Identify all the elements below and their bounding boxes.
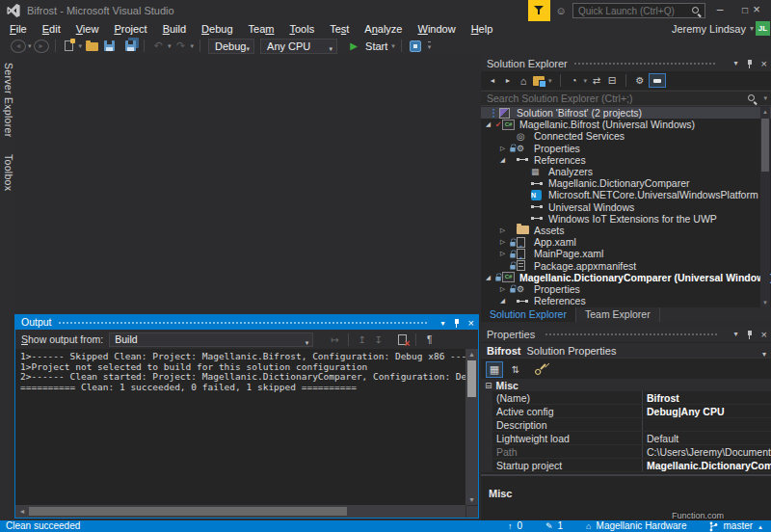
pending-edits-count[interactable]: 1 (558, 520, 564, 532)
start-debug-icon[interactable] (346, 38, 361, 54)
navigate-forward-button[interactable] (34, 40, 49, 53)
tree-item[interactable]: Solution 'Bifrost' (2 projects) (481, 107, 771, 119)
alphabetical-view-button[interactable] (507, 361, 524, 378)
tree-item[interactable]: Magellanic.DictionaryComparer (481, 177, 771, 189)
tree-item[interactable]: Microsoft.NETCore.UniversalWindowsPlatfo… (481, 189, 771, 200)
expander-icon[interactable] (486, 274, 494, 281)
pin-icon[interactable] (746, 59, 754, 69)
tree-item[interactable]: Magellanic.DictionaryComparer (Universal… (481, 272, 771, 283)
home-icon[interactable] (517, 73, 530, 89)
solution-platform-dropdown[interactable]: Any CPU (260, 39, 337, 54)
property-value[interactable]: Bifrost (643, 391, 771, 404)
tree-item[interactable]: Properties (481, 283, 771, 295)
output-horizontal-scrollbar[interactable]: ◄ (15, 505, 465, 518)
tree-item[interactable]: Universal Windows (481, 201, 771, 213)
switch-views-caret-icon[interactable] (548, 77, 552, 85)
close-icon[interactable]: × (761, 328, 767, 341)
new-project-caret-icon[interactable] (79, 42, 83, 50)
se-back-button[interactable] (486, 73, 499, 89)
quick-launch-input[interactable] (573, 4, 687, 17)
property-row[interactable]: (Name)Bifrost (481, 391, 771, 405)
unpushed-commits-icon[interactable] (508, 520, 513, 532)
clear-all-button[interactable] (394, 332, 411, 347)
start-button[interactable]: Start (365, 40, 387, 52)
redo-caret-icon[interactable] (191, 42, 195, 50)
navigate-back-caret-icon[interactable] (28, 42, 32, 50)
tree-item[interactable]: Package.appxmanifest (481, 259, 771, 271)
scrollbar-thumb[interactable] (467, 360, 476, 397)
scrollbar-thumb[interactable] (29, 507, 347, 516)
user-menu-caret-icon[interactable] (750, 21, 754, 37)
unpushed-commits-count[interactable]: 0 (517, 520, 522, 532)
repository-icon[interactable] (586, 520, 591, 532)
branch-name[interactable]: master (723, 520, 753, 532)
navigate-back-button[interactable] (11, 40, 26, 53)
expander-icon[interactable] (500, 156, 509, 164)
user-avatar[interactable]: JL (756, 21, 770, 36)
menu-tools[interactable]: Tools (281, 21, 322, 37)
expander-icon[interactable] (500, 226, 509, 234)
feedback-icon[interactable] (553, 2, 569, 19)
expander-icon[interactable] (486, 120, 494, 128)
preview-selected-items-button[interactable] (649, 73, 666, 88)
property-value[interactable]: Default (643, 432, 771, 444)
sync-with-active-document-icon[interactable] (590, 73, 603, 89)
notifications-button[interactable] (528, 0, 550, 21)
previous-message-button[interactable] (354, 332, 370, 347)
expander-icon[interactable] (500, 285, 509, 293)
expander-icon[interactable] (500, 238, 509, 246)
property-row[interactable]: Description (481, 418, 771, 432)
solution-configuration-dropdown[interactable]: Debug (208, 39, 254, 54)
pin-icon[interactable] (746, 330, 754, 340)
expander-icon[interactable] (500, 145, 509, 152)
filter-caret-icon[interactable] (584, 77, 588, 85)
close-icon[interactable]: × (761, 57, 767, 70)
collapse-category-icon[interactable]: ⊟ (485, 381, 492, 390)
start-caret-icon[interactable] (391, 42, 395, 50)
tab-solution-explorer[interactable]: Solution Explorer (481, 307, 576, 322)
output-source-dropdown[interactable]: Build (109, 332, 313, 347)
close-button[interactable] (744, 0, 769, 21)
search-options-caret-icon[interactable] (763, 94, 767, 102)
save-button[interactable] (101, 38, 117, 54)
property-value[interactable] (643, 418, 771, 431)
menu-test[interactable]: Test (322, 21, 357, 37)
expander-icon[interactable] (500, 297, 509, 305)
tree-item[interactable]: Assets (481, 225, 771, 236)
open-file-button[interactable] (84, 38, 99, 54)
window-position-caret-icon[interactable] (734, 327, 738, 342)
toolbar-overflow-button[interactable] (428, 41, 432, 51)
tree-item[interactable]: Properties (481, 143, 771, 154)
menu-build[interactable]: Build (155, 21, 194, 37)
property-value[interactable]: C:\Users\Jeremy\Documents\Visual Stu (643, 445, 771, 458)
property-row[interactable]: PathC:\Users\Jeremy\Documents\Visual Stu (481, 445, 771, 459)
tree-item[interactable]: Windows IoT Extensions for the UWP (481, 213, 771, 225)
tree-item[interactable]: References (481, 154, 771, 166)
se-forward-button[interactable] (501, 73, 515, 89)
output-title-bar[interactable]: Output × (15, 315, 478, 330)
extension-button[interactable] (408, 38, 423, 54)
tree-item[interactable]: References (481, 295, 771, 306)
tree-scrollbar[interactable]: ▲ ▼ (760, 107, 770, 307)
tree-item[interactable]: Connected Services (481, 130, 771, 142)
menu-analyze[interactable]: Analyze (357, 21, 410, 37)
save-all-button[interactable] (122, 38, 138, 54)
output-log[interactable]: 1>------ Skipped Clean: Project: Magella… (15, 349, 465, 505)
expander-icon[interactable] (500, 250, 509, 257)
property-pages-icon[interactable] (531, 359, 550, 379)
menu-file[interactable]: File (2, 21, 35, 37)
property-value[interactable]: Debug|Any CPU (643, 405, 771, 417)
repository-name[interactable]: Magellanic Hardware (597, 520, 687, 532)
pending-edits-icon[interactable] (545, 520, 553, 532)
undo-button[interactable] (150, 38, 166, 54)
pin-icon[interactable] (453, 318, 461, 329)
undo-caret-icon[interactable] (168, 42, 172, 50)
tree-item[interactable]: MainPage.xaml (481, 248, 771, 259)
menu-edit[interactable]: Edit (35, 21, 68, 37)
property-category-row[interactable]: ⊟ Misc (481, 379, 771, 391)
go-to-message-button[interactable] (327, 332, 343, 347)
collapse-all-icon[interactable] (605, 73, 619, 89)
side-tab-toolbox[interactable]: Toolbox (0, 150, 14, 191)
minimize-button[interactable] (707, 0, 732, 21)
properties-icon[interactable] (633, 73, 647, 89)
